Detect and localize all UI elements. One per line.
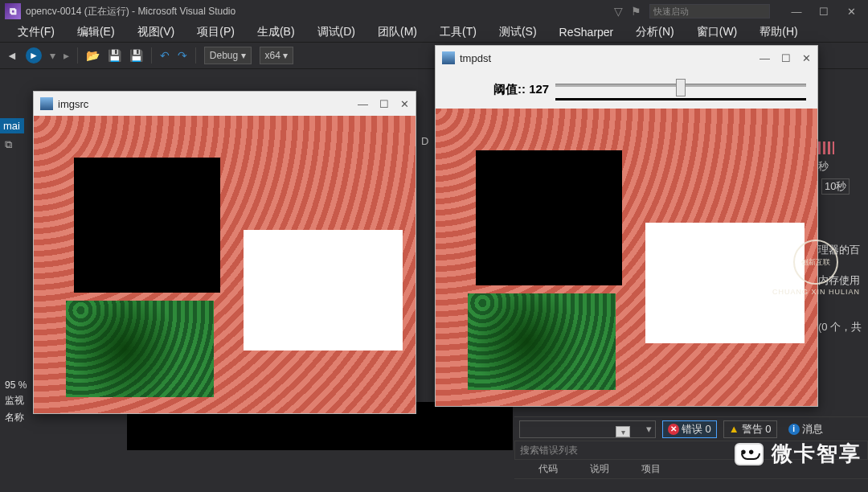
menu-project[interactable]: 项目(P) <box>186 25 246 39</box>
feedback-icon[interactable]: ⚑ <box>631 5 641 18</box>
diag-count-label: (0 个，共 <box>818 320 868 334</box>
bottom-left-labels: 95 % 监视 名称 <box>5 379 27 428</box>
menu-bar: 文件(F) 编辑(E) 视图(V) 项目(P) 生成(B) 调试(D) 团队(M… <box>0 23 868 42</box>
diagnostics-panel: 秒 10秒 理器的百 内存使用 (0 个，共 <box>818 138 868 339</box>
tmpdst-close-button[interactable]: ✕ <box>802 52 811 64</box>
error-filter-dropdown[interactable] <box>519 420 656 438</box>
imgsrc-white-rectangle <box>244 230 403 351</box>
menu-team[interactable]: 团队(M) <box>366 25 428 39</box>
info-icon: i <box>788 424 800 435</box>
imgsrc-title: imgsrc <box>58 98 88 110</box>
imgsrc-maximize-button[interactable]: ☐ <box>379 98 389 110</box>
menu-analyze[interactable]: 分析(N) <box>624 25 685 39</box>
imgsrc-image-area <box>34 116 416 413</box>
imgsrc-black-rectangle <box>74 158 220 293</box>
separator <box>195 47 196 64</box>
save-all-icon[interactable]: 💾 <box>129 49 143 62</box>
document-tab-main[interactable]: mai <box>0 118 24 133</box>
threshold-label: 阈值:: 127 <box>493 82 549 97</box>
tmpdst-image-area <box>436 109 817 406</box>
menu-view[interactable]: 视图(V) <box>126 25 186 39</box>
watch-panel-title[interactable]: 监视 <box>5 394 27 408</box>
visual-studio-logo-icon: ⧉ <box>5 3 21 19</box>
menu-tools[interactable]: 工具(T) <box>428 25 488 39</box>
menu-file[interactable]: 文件(F) <box>6 25 66 39</box>
maximize-button[interactable]: ☐ <box>812 6 836 18</box>
errors-filter-toggle[interactable]: ✕ 错误 0 <box>662 420 717 438</box>
pinned-tab-icon[interactable]: ⧉ <box>5 138 12 151</box>
open-folder-icon[interactable]: 📂 <box>86 49 100 62</box>
error-list-toolbar: ✕ 错误 0 ▲ 警告 0 i 消息 <box>514 416 868 441</box>
window-app-icon <box>40 97 53 110</box>
titlebar-right: ▽ ⚑ 快速启动 — ☐ ✕ <box>614 0 863 23</box>
tmpdst-black-rectangle <box>476 150 622 285</box>
nav-forward-icon[interactable]: ► <box>26 47 42 64</box>
window-app-icon <box>442 51 455 64</box>
slider-thumb[interactable] <box>676 79 686 96</box>
undo-icon[interactable]: ↶ <box>160 49 170 62</box>
warnings-filter-toggle[interactable]: ▲ 警告 0 <box>723 420 777 438</box>
threshold-value: 127 <box>529 82 549 96</box>
save-icon[interactable]: 💾 <box>108 49 121 62</box>
obscured-text: D <box>421 135 428 147</box>
separator <box>77 47 78 64</box>
dropdown-caret-icon[interactable]: ▾ <box>50 49 55 62</box>
menu-debug[interactable]: 调试(D) <box>306 25 366 39</box>
tmpdst-green-rectangle <box>468 293 616 390</box>
error-icon: ✕ <box>668 424 679 435</box>
watermark-secondary: 创新互联 CHUANG XIN HULIAN <box>772 240 860 296</box>
col-code[interactable]: 代码 <box>538 462 558 476</box>
imgsrc-window: imgsrc — ☐ ✕ <box>33 91 416 414</box>
tmpdst-minimize-button[interactable]: — <box>760 52 770 64</box>
threshold-slider-row: 阈值:: 127 <box>436 70 817 109</box>
imgsrc-green-rectangle <box>66 301 214 397</box>
warnings-count-label: 警告 0 <box>742 422 772 437</box>
imgsrc-minimize-button[interactable]: — <box>358 98 368 110</box>
tmpdst-window: tmpdst — ☐ ✕ 阈值:: 127 <box>435 45 818 407</box>
window-controls: — ☐ ✕ <box>784 6 863 18</box>
tmpdst-maximize-button[interactable]: ☐ <box>781 52 791 64</box>
threshold-trackbar[interactable] <box>555 79 806 100</box>
watch-col-name: 名称 <box>5 411 27 424</box>
messages-filter-toggle[interactable]: i 消息 <box>784 421 828 437</box>
slider-baseline <box>555 98 806 100</box>
scroll-corner-icon[interactable]: ▾ <box>616 426 630 437</box>
tmpdst-titlebar[interactable]: tmpdst — ☐ ✕ <box>436 46 817 70</box>
redo-icon[interactable]: ↷ <box>178 49 187 62</box>
solution-platform-dropdown[interactable]: x64 ▾ <box>260 47 294 64</box>
close-button[interactable]: ✕ <box>839 6 863 18</box>
title-bar: ⧉ opencv-0014 (正在运行) - Microsoft Visual … <box>0 0 868 23</box>
separator <box>151 47 152 64</box>
watermark-main: 微卡智享 <box>735 440 862 468</box>
messages-label: 消息 <box>802 422 823 437</box>
imgsrc-titlebar[interactable]: imgsrc — ☐ ✕ <box>34 92 416 116</box>
menu-window[interactable]: 窗口(W) <box>686 25 749 39</box>
errors-count-label: 错误 0 <box>682 422 711 437</box>
nav-back-icon[interactable]: ◄ <box>6 49 18 62</box>
menu-resharper[interactable]: ReSharper <box>548 26 625 39</box>
notifications-icon[interactable]: ▽ <box>614 5 623 18</box>
minimize-button[interactable]: — <box>784 6 809 18</box>
watermark-secondary-text: CHUANG XIN HULIAN <box>772 288 860 296</box>
col-description[interactable]: 说明 <box>590 462 609 476</box>
zoom-percent: 95 % <box>5 379 27 391</box>
warning-icon: ▲ <box>729 423 739 435</box>
diag-seconds-label: 秒 <box>818 159 868 174</box>
imgsrc-close-button[interactable]: ✕ <box>400 98 409 110</box>
mini-chart-icon[interactable] <box>818 141 834 154</box>
history-caret-icon[interactable]: ▸ <box>63 49 69 62</box>
menu-help[interactable]: 帮助(H) <box>748 25 809 39</box>
window-title: opencv-0014 (正在运行) - Microsoft Visual St… <box>26 5 235 18</box>
menu-edit[interactable]: 编辑(E) <box>66 25 126 39</box>
quick-launch-input[interactable]: 快速启动 <box>649 4 770 18</box>
solution-config-dropdown[interactable]: Debug ▾ <box>204 47 252 64</box>
col-project[interactable]: 项目 <box>641 462 661 476</box>
tmpdst-title: tmpdst <box>460 52 491 64</box>
watermark-stamp-icon: 创新互联 <box>793 240 838 285</box>
wechat-bubble-icon <box>735 443 764 465</box>
menu-test[interactable]: 测试(S) <box>488 25 548 39</box>
diag-time-window[interactable]: 10秒 <box>821 178 850 195</box>
watermark-main-text: 微卡智享 <box>772 440 862 468</box>
menu-build[interactable]: 生成(B) <box>246 25 306 39</box>
